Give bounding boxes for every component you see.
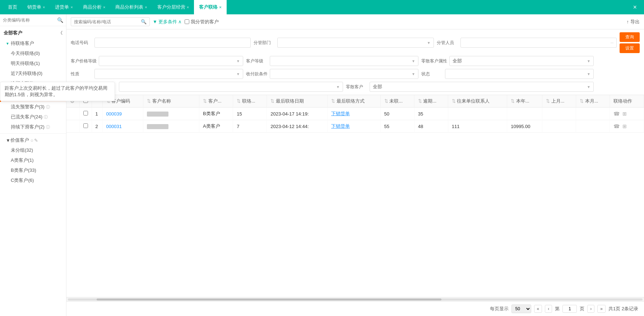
contact-icon-1[interactable]: ☎ — [613, 111, 620, 117]
sidebar-value-section[interactable]: ▼ 价值客户 ○ ✎ — [0, 135, 66, 145]
retail-customer-select[interactable]: 全部 ▼ — [370, 82, 594, 92]
cell-last-month-2 — [542, 120, 576, 133]
sort-icon-contacts: ⇅ — [237, 98, 241, 104]
cell-category-1: B类客户 — [199, 108, 233, 120]
customer-type-chevron: ▼ — [336, 85, 340, 89]
sidebar-item-declining[interactable]: 持续下滑客户(2) ⓘ — [0, 122, 66, 132]
col-unreached: ⇅ 未联... — [380, 95, 414, 108]
manager-more[interactable]: ··· — [611, 41, 613, 45]
customer-type-select[interactable]: ▼ — [119, 82, 343, 92]
col-this-year: ⇅ 本年... — [507, 95, 542, 108]
export-button[interactable]: ↑ 导出 — [627, 19, 640, 25]
per-page-select[interactable]: 50 100 200 — [511, 305, 531, 313]
cell-category-2: A类客户 — [199, 120, 233, 133]
total-records-label: 共1页 2条记录 — [608, 306, 638, 312]
col-overdue: ⇅ 逾期... — [414, 95, 448, 108]
price-level-select[interactable]: ▼ — [99, 56, 243, 66]
col-contacts: ⇅ 联络... — [233, 95, 267, 108]
col-category: ⇅ 客户... — [199, 95, 233, 108]
sidebar-section-pending[interactable]: ▼ 待联络客户 — [0, 38, 66, 48]
nav-close-product-analysis[interactable]: × — [103, 5, 105, 9]
filter-row-4: ... 客户类型 ▼ 零散客户 全部 ▼ — [71, 82, 640, 92]
sidebar-item-lost[interactable]: 已流失客户(24) ⓘ — [0, 112, 66, 122]
nav-close-customer-contact[interactable]: × — [219, 5, 221, 9]
row-checkbox-1[interactable] — [83, 111, 88, 115]
sidebar-all-customers[interactable]: 全部客户 《 — [0, 28, 66, 38]
status-select[interactable]: ▼ — [445, 69, 594, 79]
value-arrow-icon: ▼ — [6, 138, 10, 143]
manager-select[interactable]: ··· — [460, 38, 617, 48]
payment-select[interactable]: ▼ — [270, 69, 418, 79]
sidebar-item-class-c[interactable]: C类客户(6) — [0, 175, 66, 185]
cell-this-month-2 — [576, 120, 610, 133]
sort-icon-this-year: ⇅ — [511, 98, 515, 104]
content-area: 🔍 ▼ 更多条件 ∧ 我分管的客户 ↑ 导出 电话号码 — [66, 14, 644, 316]
my-customers-input[interactable] — [185, 19, 189, 24]
last-page-button[interactable]: » — [597, 305, 606, 313]
filter-manager: 分管人员 ··· — [437, 38, 617, 48]
scroll-track[interactable] — [68, 298, 643, 301]
settings-button[interactable]: 设置 — [620, 43, 640, 53]
method-link-2[interactable]: 下销货单 — [331, 123, 350, 129]
more-conditions-button[interactable]: ▼ 更多条件 ∧ — [153, 19, 182, 25]
cell-contact-person-2: 111 — [448, 120, 507, 133]
cell-code-1[interactable]: 000039 — [102, 108, 143, 120]
collapse-icon[interactable]: 《 — [58, 30, 62, 36]
sidebar-item-tomorrow[interactable]: 明天待联络(1) — [0, 58, 66, 69]
nav-close-customer-segment[interactable]: × — [187, 5, 189, 9]
nav-purchase-order[interactable]: 进货单 × — [50, 0, 78, 14]
sidebar-tree: 全部客户 《 ▼ 待联络客户 今天待联络(0) 明天待联络(1) 近7天待联络(… — [0, 26, 66, 316]
col-this-month: ⇅ 本月... — [576, 95, 610, 108]
sidebar-search-input[interactable] — [3, 18, 57, 23]
main-search-box: 🔍 — [71, 17, 150, 26]
sidebar-item-loss-warning[interactable]: 流失预警客户(3) ⓘ — [0, 102, 66, 112]
nav-close-product-analysis-list[interactable]: × — [145, 5, 147, 9]
cell-this-year-1 — [507, 108, 542, 120]
sidebar-search-box: 🔍 — [0, 14, 66, 26]
cell-code-2[interactable]: 000031 — [102, 120, 143, 133]
dept-select[interactable]: ▼ — [277, 38, 434, 48]
retail-attr-select[interactable]: 全部 ▼ — [449, 56, 594, 66]
sidebar-item-today[interactable]: 今天待联络(0) — [0, 48, 66, 58]
more-actions-icon-2[interactable]: ⊞ — [622, 123, 627, 129]
phone-input[interactable] — [94, 38, 251, 48]
nav-product-analysis[interactable]: 商品分析 × — [78, 0, 110, 14]
gender-select[interactable]: ▼ — [94, 69, 243, 79]
nav-customer-segment[interactable]: 客户分层经营 × — [152, 0, 194, 14]
contact-icon-2[interactable]: ☎ — [613, 123, 620, 129]
blurred-name-1 — [147, 112, 168, 117]
sidebar-item-class-a[interactable]: A类客户(1) — [0, 155, 66, 165]
nav-close-purchase[interactable]: × — [70, 5, 73, 9]
value-settings-icon[interactable]: ✎ — [34, 138, 38, 143]
query-button[interactable]: 查询 — [620, 32, 640, 42]
more-actions-icon-1[interactable]: ⊞ — [622, 111, 627, 117]
nav-product-analysis-list[interactable]: 商品分析列表 × — [110, 0, 152, 14]
filter-gender: 性质 ▼ — [71, 69, 243, 79]
prev-page-button[interactable]: ‹ — [545, 305, 552, 313]
sidebar-item-ungroup[interactable]: 未分组(32) — [0, 145, 66, 155]
method-link-1[interactable]: 下销货单 — [331, 111, 350, 116]
customer-level-select[interactable]: ▼ — [270, 56, 418, 66]
close-all-button[interactable]: × — [629, 4, 641, 11]
nav-sales-order[interactable]: 销货单 × — [22, 0, 50, 14]
nav-customer-contact[interactable]: 客户联络 × — [194, 0, 226, 14]
first-page-button[interactable]: « — [534, 305, 542, 313]
horizontal-scrollbar[interactable] — [66, 297, 644, 301]
value-edit-icon[interactable]: ○ — [31, 138, 33, 143]
page-number-input[interactable] — [562, 305, 577, 313]
pagination-bar: 每页显示 50 100 200 « ‹ 第 页 › » 共1页 2条记录 — [66, 301, 644, 316]
next-page-button[interactable]: › — [587, 305, 594, 313]
col-contact-person: ⇅ 往来单位联系人 — [448, 95, 507, 108]
nav-home[interactable]: 首页 — [3, 0, 22, 14]
sort-icon-unreached: ⇅ — [384, 98, 388, 104]
scroll-thumb[interactable] — [97, 298, 441, 301]
sidebar-item-7days[interactable]: 近7天待联络(0) — [0, 69, 66, 79]
sidebar-item-class-b[interactable]: B类客户(33) — [0, 165, 66, 175]
nav-close-sales[interactable]: × — [43, 5, 45, 9]
filter-payment: 收付款条件 ▼ — [246, 69, 418, 79]
row-checkbox-2[interactable] — [83, 123, 88, 128]
main-search-input[interactable] — [74, 19, 141, 24]
info-icon-lost: ⓘ — [44, 114, 48, 120]
main-search-icon[interactable]: 🔍 — [141, 19, 147, 24]
cell-contacts-2: 7 — [233, 120, 267, 133]
